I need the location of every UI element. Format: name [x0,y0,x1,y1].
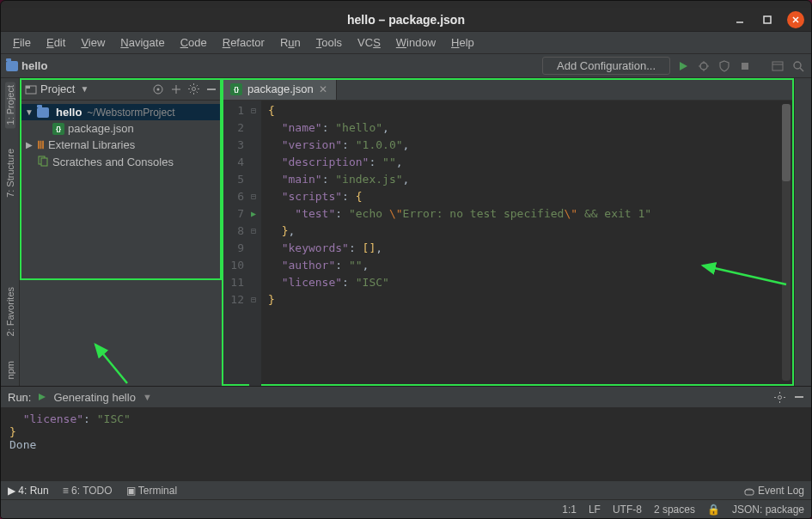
code-content[interactable]: { "name": "hello", "version": "1.0.0", "… [261,101,794,386]
tree-root[interactable]: ▼ hello ~/WebstormProject [20,104,222,120]
statusbar: 1:1 LF UTF-8 2 spaces 🔒 JSON: package [1,499,811,518]
svg-point-13 [794,62,801,69]
window-title: hello – package.json [347,13,465,27]
chevron-down-icon[interactable]: ▼ [80,84,89,94]
run-tool-window: Run: Generating hello ▼ "license": "ISC"… [1,386,811,480]
navigation-bar: hello Add Configuration... [1,54,811,78]
editor-tab-package[interactable]: {} package.json ✕ [222,78,337,100]
chevron-down-icon[interactable]: ▼ [25,107,34,117]
svg-line-14 [800,68,803,71]
project-panel-title: Project [40,82,75,95]
window-controls [732,11,804,28]
menu-code[interactable]: Code [174,34,214,51]
fold-gutter[interactable]: ⊟ ⊟ ▶ ⊟ ⊟ [249,101,261,386]
run-header: Run: Generating hello ▼ [1,387,811,407]
menu-refactor[interactable]: Refactor [216,34,272,51]
editor-tabs: {} package.json ✕ [222,78,794,101]
breadcrumb[interactable]: hello [6,59,47,72]
bottombar-run[interactable]: ▶ 4: Run [8,485,49,497]
gear-icon[interactable] [774,392,785,403]
project-icon [25,83,37,95]
close-tab-icon[interactable]: ✕ [319,83,327,95]
tree-file-package[interactable]: {} package.json [20,120,222,137]
bottombar-terminal[interactable]: ▣ Terminal [126,485,177,497]
structure-popup-icon[interactable] [770,58,785,74]
svg-marker-27 [39,394,46,400]
hide-icon[interactable] [794,395,804,399]
expand-all-icon[interactable] [171,84,181,95]
library-icon: Ⅲ [37,138,45,151]
bottom-tool-bar: ▶ 4: Run ≡ 6: TODO ▣ Terminal Event Log [1,480,811,499]
sidebar-empty-area [20,280,222,386]
run-configuration-selector[interactable]: Add Configuration... [542,57,670,75]
coverage-icon[interactable] [717,58,732,74]
rail-project[interactable]: 1: Project [5,82,15,128]
rail-structure[interactable]: 7: Structure [5,145,15,201]
status-indent[interactable]: 2 spaces [654,504,695,516]
status-caret-pos[interactable]: 1:1 [562,504,577,516]
maximize-button[interactable] [760,12,775,27]
lock-icon[interactable]: 🔒 [707,504,720,516]
run-icon[interactable] [675,58,691,74]
menu-run[interactable]: Run [273,34,308,51]
status-line-separator[interactable]: LF [589,504,601,516]
tree-scratches[interactable]: Scratches and Consoles [20,153,222,171]
project-tool-window: Project ▼ ▼ hello ~/WebstormProject [20,78,222,280]
svg-rect-1 [764,16,771,23]
svg-rect-16 [26,86,30,89]
root-path: ~/WebstormProject [87,107,174,119]
project-tree[interactable]: ▼ hello ~/WebstormProject {} package.jso… [20,101,222,174]
bottombar-eventlog[interactable]: Event Log [758,485,804,497]
chevron-right-icon[interactable]: ▶ [25,140,34,150]
gear-icon[interactable] [188,83,199,95]
rail-favorites[interactable]: 2: Favorites [5,284,15,339]
status-language[interactable]: JSON: package [732,504,804,516]
root-name: hello [56,106,82,119]
menu-vcs[interactable]: VCS [351,34,388,51]
bottombar-todo[interactable]: ≡ 6: TODO [63,485,113,497]
menu-window[interactable]: Window [389,34,443,51]
code-area[interactable]: 123456789101112 ⊟ ⊟ ▶ ⊟ ⊟ { "name": "hel… [222,101,794,386]
locate-icon[interactable] [152,83,164,95]
menu-file[interactable]: File [6,34,38,51]
search-everywhere-icon[interactable] [791,58,806,74]
minimize-button[interactable] [732,12,748,27]
run-output[interactable]: "license": "ISC" } Done [1,407,811,480]
ext-lib-label: External Libraries [48,138,135,151]
menu-edit[interactable]: Edit [40,34,72,51]
svg-point-28 [778,395,782,399]
editor: {} package.json ✕ 123456789101112 ⊟ ⊟ ▶ … [222,78,794,386]
json-file-icon: {} [230,83,242,95]
scratch-label: Scratches and Consoles [52,156,174,168]
tree-external-libraries[interactable]: ▶ Ⅲ External Libraries [20,137,222,153]
menu-navigate[interactable]: Navigate [113,34,171,51]
hide-icon[interactable] [206,88,217,91]
rail-npm[interactable]: npm [5,357,15,382]
close-button[interactable] [787,11,804,28]
svg-marker-4 [680,62,687,70]
run-task-name: Generating hello [53,391,135,404]
ide-window: hello – package.json File Edit View Navi… [0,0,812,519]
project-panel-header: Project ▼ [20,78,222,101]
run-title: Run: [8,391,31,404]
line-gutter[interactable]: 123456789101112 [222,101,249,386]
svg-rect-30 [745,490,754,495]
main-area: 1: Project 7: Structure 2: Favorites npm… [1,78,811,386]
menubar: File Edit View Navigate Code Refactor Ru… [1,32,811,54]
annotation-arrow-left [89,340,140,392]
menu-help[interactable]: Help [444,34,481,51]
json-file-icon: {} [52,123,64,135]
menu-view[interactable]: View [74,34,112,51]
svg-point-5 [700,63,707,70]
folder-icon [37,107,49,118]
stop-icon[interactable] [737,58,753,74]
scroll-thumb[interactable] [782,104,791,181]
folder-icon [6,61,18,71]
svg-point-18 [157,88,160,90]
status-encoding[interactable]: UTF-8 [613,504,642,516]
editor-scrollbar[interactable] [782,104,791,381]
menu-tools[interactable]: Tools [309,34,349,51]
titlebar: hello – package.json [1,8,811,32]
event-log-icon [744,485,754,496]
debug-icon[interactable] [696,58,711,74]
